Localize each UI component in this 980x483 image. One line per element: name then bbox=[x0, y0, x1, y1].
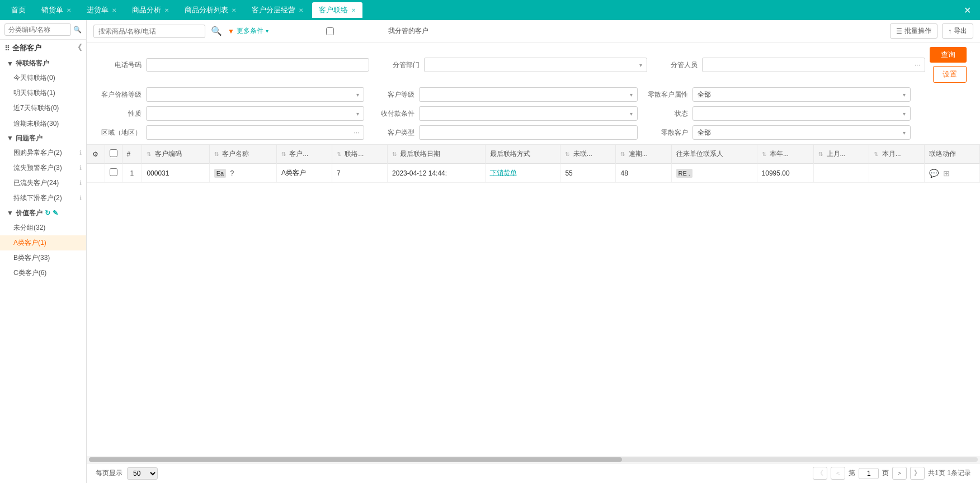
row-cust-type: A类客户 bbox=[276, 164, 332, 183]
row-check bbox=[105, 164, 122, 183]
filter-col-phone: 电话号码 bbox=[96, 58, 369, 72]
search-input[interactable] bbox=[93, 25, 205, 38]
settings-button[interactable]: 设置 bbox=[933, 66, 967, 83]
batch-op-button[interactable]: ☰ 批量操作 bbox=[890, 23, 937, 39]
close-purchase-icon[interactable]: ✕ bbox=[112, 7, 116, 13]
sidebar-item-7days[interactable]: 近7天待联络(0) bbox=[0, 101, 86, 116]
collapse-sidebar-icon[interactable]: 《 bbox=[74, 43, 82, 53]
last-page-button[interactable]: 》 bbox=[910, 467, 925, 480]
sidebar-group-pending[interactable]: ▼ 待联络客户 bbox=[0, 56, 86, 70]
nav-tab-home-label: 首页 bbox=[11, 5, 26, 15]
row-num: 1 bbox=[122, 164, 142, 183]
row-this-year: 10995.00 bbox=[757, 164, 814, 183]
sidebar-search-bar: 🔍 bbox=[0, 20, 86, 40]
phone-input[interactable] bbox=[146, 58, 369, 72]
manager-select[interactable]: ··· bbox=[702, 58, 925, 72]
sidebar-item-overdue[interactable]: 逾期未联络(30) bbox=[0, 116, 86, 131]
sidebar-item-class-a[interactable]: A类客户(1) bbox=[0, 235, 86, 250]
more-conditions-btn[interactable]: ▼ 更多条件 ▾ bbox=[228, 26, 268, 36]
close-sales-icon[interactable]: ✕ bbox=[67, 7, 71, 13]
retail-attr-select[interactable]: 全部 ▾ bbox=[692, 87, 911, 102]
dept-label: 分管部门 bbox=[374, 60, 424, 70]
nav-tab-customer-contact-label: 客户联络 bbox=[319, 5, 348, 15]
all-customers-header[interactable]: ⠿ 全部客户 《 bbox=[0, 40, 86, 56]
sidebar-item-ungrouped[interactable]: 未分组(32) bbox=[0, 220, 86, 235]
col-cust-type-header[interactable]: ⇅ 客户... bbox=[276, 145, 332, 164]
query-button[interactable]: 查询 bbox=[930, 47, 967, 63]
sidebar-group-value[interactable]: ▼ 价值客户 ↻ ✎ bbox=[0, 206, 86, 220]
page-number-input[interactable] bbox=[859, 468, 879, 479]
my-customers-checkbox[interactable] bbox=[274, 27, 386, 35]
region-dots-icon: ··· bbox=[354, 129, 359, 136]
prev-page-button[interactable]: ＜ bbox=[831, 467, 845, 480]
col-last-method-header[interactable]: 最后联络方式 bbox=[485, 145, 560, 164]
search-button[interactable]: 🔍 bbox=[211, 26, 222, 36]
col-not-contact-header[interactable]: ⇅ 未联... bbox=[560, 145, 616, 164]
col-contact-header[interactable]: ⇅ 联络... bbox=[332, 145, 387, 164]
close-customer-contact-icon[interactable]: ✕ bbox=[351, 7, 356, 13]
sidebar-search-icon[interactable]: 🔍 bbox=[73, 26, 82, 34]
last-method-link[interactable]: 下销货单 bbox=[490, 169, 517, 177]
status-select[interactable]: ▾ bbox=[692, 106, 911, 121]
gear-header[interactable]: ⚙ bbox=[87, 145, 105, 164]
export-button[interactable]: ↑ 导出 bbox=[942, 23, 973, 39]
sidebar-item-declining[interactable]: 持续下滑客户(2) ℹ bbox=[0, 191, 86, 206]
top-close-icon[interactable]: ✕ bbox=[959, 3, 976, 17]
nav-tab-customer-tier[interactable]: 客户分层经营 ✕ bbox=[245, 2, 310, 18]
col-last-month-header[interactable]: ⇅ 上月... bbox=[814, 145, 869, 164]
col-overdue-header[interactable]: ⇅ 逾期... bbox=[616, 145, 671, 164]
dept-select[interactable]: ▾ bbox=[424, 58, 647, 72]
col-this-month-header[interactable]: ⇅ 本月... bbox=[869, 145, 925, 164]
col-code-header[interactable]: ⇅ 客户编码 bbox=[142, 145, 209, 164]
grid-action-icon[interactable]: ⊞ bbox=[943, 169, 950, 178]
edit-value-icon[interactable]: ✎ bbox=[53, 209, 58, 217]
row-checkbox[interactable] bbox=[110, 168, 117, 176]
payment-select[interactable]: ▾ bbox=[419, 106, 637, 121]
sidebar-search-input[interactable] bbox=[4, 23, 71, 36]
check-all-header[interactable] bbox=[105, 145, 122, 164]
region-select[interactable]: ··· bbox=[146, 125, 364, 140]
nav-tab-sales[interactable]: 销货单 ✕ bbox=[35, 2, 78, 18]
nav-tab-product-list[interactable]: 商品分析列表 ✕ bbox=[178, 2, 243, 18]
col-last-date-header[interactable]: ⇅ 最后联络日期 bbox=[388, 145, 485, 164]
nav-tab-product-analysis[interactable]: 商品分析 ✕ bbox=[125, 2, 176, 18]
export-label: 导出 bbox=[954, 26, 967, 36]
close-customer-tier-icon[interactable]: ✕ bbox=[299, 7, 303, 13]
close-product-analysis-icon[interactable]: ✕ bbox=[164, 7, 169, 13]
nature-select[interactable]: ▾ bbox=[146, 106, 364, 121]
sidebar-group-problem[interactable]: ▼ 问题客户 bbox=[0, 131, 86, 145]
sidebar-item-churned[interactable]: 已流失客户(24) ℹ bbox=[0, 176, 86, 191]
page-size-select[interactable]: 50 100 200 bbox=[127, 467, 158, 480]
sidebar-item-class-b[interactable]: B类客户(33) bbox=[0, 250, 86, 266]
message-action-icon[interactable]: 💬 bbox=[929, 169, 939, 178]
filter-col-price-level: 客户价格等级 ▾ bbox=[96, 87, 364, 102]
sidebar-item-today[interactable]: 今天待联络(0) bbox=[0, 70, 86, 86]
dept-chevron: ▾ bbox=[639, 62, 642, 68]
close-product-list-icon[interactable]: ✕ bbox=[232, 7, 236, 13]
toolbar-right: ☰ 批量操作 ↑ 导出 bbox=[890, 23, 973, 39]
sidebar-item-churn-warning[interactable]: 流失预警客户(3) ℹ bbox=[0, 160, 86, 176]
first-page-button[interactable]: 《 bbox=[813, 467, 827, 480]
sidebar-item-class-c[interactable]: C类客户(6) bbox=[0, 266, 86, 281]
refresh-value-icon[interactable]: ↻ bbox=[45, 209, 50, 217]
sidebar-item-hoarding[interactable]: 囤购异常客户(2) ℹ bbox=[0, 145, 86, 160]
sidebar-item-tomorrow[interactable]: 明天待联络(1) bbox=[0, 86, 86, 101]
check-all-checkbox[interactable] bbox=[110, 149, 117, 157]
info-icon-3: ℹ bbox=[79, 178, 82, 188]
nav-tab-customer-contact[interactable]: 客户联络 ✕ bbox=[312, 2, 362, 18]
row-last-month bbox=[814, 164, 869, 183]
nav-tab-home[interactable]: 首页 bbox=[4, 2, 32, 18]
horizontal-scrollbar-thumb[interactable] bbox=[89, 457, 622, 462]
horizontal-scrollbar-track[interactable] bbox=[89, 457, 978, 462]
filter-icon: ▼ bbox=[228, 27, 234, 35]
cust-type-select[interactable] bbox=[419, 125, 637, 140]
col-contact-person-header[interactable]: 往来单位联系人 bbox=[671, 145, 757, 164]
col-name-header[interactable]: ⇅ 客户名称 bbox=[209, 145, 276, 164]
col-this-year-header[interactable]: ⇅ 本年... bbox=[757, 145, 814, 164]
manager-label: 分管人员 bbox=[652, 60, 702, 70]
retail-select[interactable]: 全部 ▾ bbox=[692, 125, 911, 140]
nav-tab-purchase[interactable]: 进货单 ✕ bbox=[80, 2, 123, 18]
price-level-select[interactable]: ▾ bbox=[146, 87, 364, 102]
customer-level-select[interactable]: ▾ bbox=[419, 87, 637, 102]
next-page-button[interactable]: ＞ bbox=[892, 467, 907, 480]
